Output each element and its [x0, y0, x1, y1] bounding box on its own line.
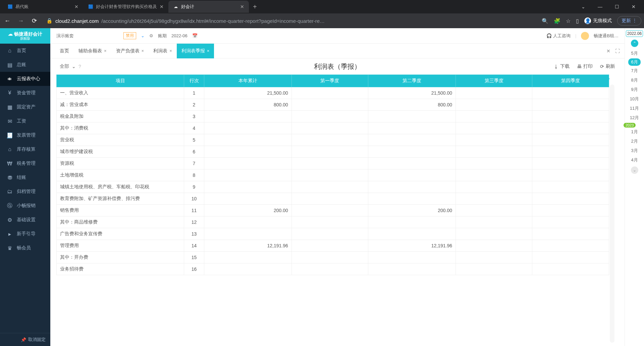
sidebar-item[interactable]: ₩ 税务管理: [0, 156, 50, 170]
cell-q3: [455, 240, 532, 252]
sidebar-item[interactable]: ♛ 畅会员: [0, 241, 50, 255]
sidebar-item[interactable]: ▤ 总账: [0, 58, 50, 72]
close-all-tabs-icon[interactable]: ✕: [606, 48, 610, 54]
period-month[interactable]: 2月: [631, 137, 638, 146]
sidebar-unpin-button[interactable]: 📌 取消固定: [0, 333, 50, 346]
fullscreen-icon[interactable]: ⛶: [615, 48, 620, 54]
page-tab[interactable]: 首页: [55, 44, 74, 58]
cell-q2: [368, 134, 456, 146]
sidebar-item[interactable]: ¥ 资金管理: [0, 86, 50, 100]
calendar-icon[interactable]: 📅: [192, 33, 198, 38]
new-tab-button[interactable]: +: [249, 3, 261, 11]
print-icon: 🖶: [577, 64, 582, 69]
cell-q2: [368, 158, 456, 169]
cell-item: 城市维护建设税: [57, 146, 184, 158]
period-month[interactable]: 6月: [628, 58, 640, 66]
window-expand-icon[interactable]: ⌄: [576, 1, 591, 12]
period-month[interactable]: 7月: [631, 66, 638, 75]
filter-dropdown[interactable]: 全部 ⌄ ?: [60, 63, 81, 69]
cell-q4: [532, 169, 609, 181]
tab-close-icon[interactable]: ×: [104, 48, 107, 53]
user-name[interactable]: 畅捷通B组…: [594, 33, 619, 39]
vertical-scrollbar[interactable]: [610, 85, 614, 343]
incognito-indicator: 👤 无痕模式: [584, 17, 612, 24]
zoom-icon[interactable]: 🔍: [542, 18, 548, 24]
cell-line: 15: [184, 252, 204, 263]
extensions-icon[interactable]: 🧩: [554, 18, 560, 24]
sidebar-item[interactable]: ⛃ 结账: [0, 170, 50, 185]
refresh-icon: ⟳: [600, 64, 604, 69]
period-month[interactable]: 5月: [631, 49, 638, 58]
sidebar-item[interactable]: ▸ 新手引导: [0, 227, 50, 241]
table-row: 教育费附加、矿产资源补偿费、排污费 10: [57, 193, 609, 205]
gear-icon[interactable]: ⚙: [149, 33, 153, 38]
cell-q4: [532, 122, 609, 134]
tab-close-icon[interactable]: ×: [142, 48, 144, 53]
browser-tab[interactable]: 🟦 好会计财务管理软件购买价格及 ✕: [83, 1, 168, 13]
browser-tab[interactable]: 🟦 易代账 ✕: [3, 1, 83, 13]
sidebar-item[interactable]: ▦ 固定资产: [0, 100, 50, 114]
forward-button[interactable]: →: [16, 16, 25, 26]
report-table: 项目行次本年累计第一季度第二季度第三季度第四季度 一、营业收入 1 21,500…: [56, 75, 609, 275]
period-value[interactable]: 2022-06: [171, 33, 187, 38]
reload-button[interactable]: ⟳: [30, 16, 39, 26]
sidebar-icon: ⚙: [7, 217, 13, 223]
period-month[interactable]: 12月: [630, 113, 639, 122]
cell-ytd: [204, 169, 292, 181]
sidebar-item[interactable]: ⚙ 基础设置: [0, 213, 50, 227]
tab-close-icon[interactable]: ×: [207, 48, 210, 53]
back-button[interactable]: ←: [3, 16, 12, 26]
period-month[interactable]: 4月: [631, 156, 638, 164]
period-panel: 2022.06 ⌃ 5月6月7月8月9月10月11月12月 2023 1月2月3…: [625, 28, 644, 346]
table-header: 第二季度: [368, 75, 456, 87]
help-icon[interactable]: ?: [78, 64, 81, 69]
chevron-down-icon[interactable]: ⌄: [141, 33, 145, 38]
period-month[interactable]: 11月: [630, 104, 639, 113]
cell-q1: [291, 122, 368, 134]
tab-close-icon[interactable]: ✕: [240, 4, 244, 9]
consult-button[interactable]: 🎧 人工咨询: [546, 33, 571, 39]
sidebar-item[interactable]: ⌂ 库存核算: [0, 142, 50, 156]
tab-close-icon[interactable]: ×: [169, 48, 172, 53]
sidebar-item[interactable]: ✉ 工资: [0, 114, 50, 128]
next-col-icon[interactable]: ›: [608, 76, 610, 82]
sidebar-icon: ⛃: [7, 175, 13, 181]
period-month[interactable]: 3月: [631, 146, 638, 155]
period-month[interactable]: 1月: [631, 128, 638, 136]
period-month[interactable]: 8月: [631, 76, 638, 85]
window-maximize-button[interactable]: ☐: [609, 1, 625, 12]
period-month[interactable]: 9月: [631, 85, 638, 94]
window-minimize-button[interactable]: —: [592, 1, 608, 12]
browser-tab[interactable]: ☁ 好会计 ✕: [168, 1, 249, 13]
avatar[interactable]: [581, 32, 589, 40]
scroll-down-icon[interactable]: ⌄: [631, 166, 638, 174]
refresh-button[interactable]: ⟳刷新: [600, 63, 615, 69]
sidebar-item[interactable]: 🧾 发票管理: [0, 128, 50, 142]
download-button[interactable]: ⭳下载: [554, 63, 570, 69]
page-tab[interactable]: 利润表季报×: [177, 44, 214, 58]
page-tab[interactable]: 利润表×: [149, 44, 177, 58]
page-tab[interactable]: 资产负债表×: [111, 44, 149, 58]
sidebar-item[interactable]: ⩨ 云报表中心: [0, 72, 50, 86]
cell-item: 土地增值税: [57, 169, 184, 181]
tab-close-icon[interactable]: ✕: [160, 4, 164, 9]
page-tab[interactable]: 辅助余额表×: [74, 44, 111, 58]
url-host: cloud2.chanjet.com: [55, 18, 99, 24]
sidebar-item[interactable]: 🗂 归档管理: [0, 185, 50, 199]
account-set-selector[interactable]: 演示账套: [56, 33, 74, 39]
bookmark-icon[interactable]: ☆: [566, 18, 571, 24]
tab-title: 好会计财务管理软件购买价格及: [96, 4, 157, 10]
sidebar-item[interactable]: ⌂ 首页: [0, 44, 50, 58]
period-month[interactable]: 10月: [630, 95, 639, 103]
tab-close-icon[interactable]: ✕: [74, 4, 78, 9]
print-button[interactable]: 🖶打印: [577, 63, 593, 69]
sidebar-item[interactable]: Ⓖ 小畅报销: [0, 199, 50, 213]
period-panel-current[interactable]: 2022.06: [626, 30, 643, 37]
update-button[interactable]: 更新 ⋮: [617, 16, 641, 26]
window-close-button[interactable]: ✕: [626, 1, 641, 12]
app-logo[interactable]: ☁畅捷通好会计 旗舰版: [0, 28, 50, 44]
cell-q4: [532, 205, 609, 216]
scroll-up-icon[interactable]: ⌃: [631, 40, 638, 47]
url-input[interactable]: 🔒 cloud2.chanjet.com/accounting/uh26t264…: [43, 18, 538, 24]
reading-list-icon[interactable]: ▯: [576, 18, 579, 24]
